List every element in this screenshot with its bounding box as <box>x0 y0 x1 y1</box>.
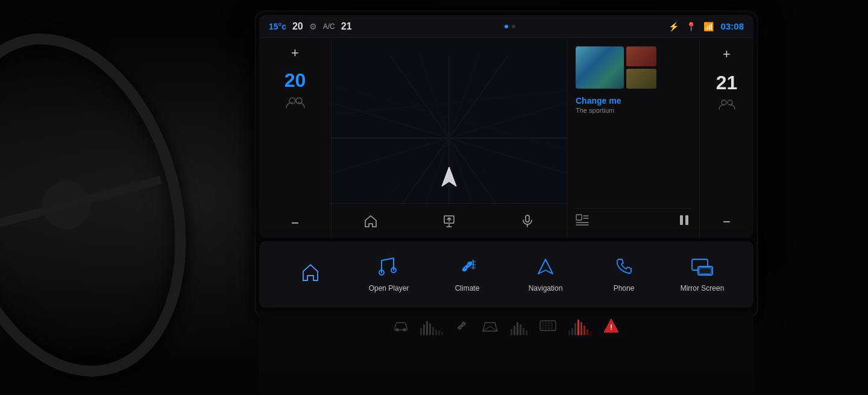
wifi-icon: 📶 <box>703 22 714 31</box>
svg-point-30 <box>465 265 469 268</box>
bottom-physical-area: ! <box>259 308 753 395</box>
windshield-icon-button[interactable] <box>480 318 500 336</box>
left-temp-down-button[interactable]: − <box>291 216 299 230</box>
map-area[interactable] <box>332 38 567 238</box>
left-user-icon <box>286 96 305 112</box>
album-art-small-1 <box>626 46 656 66</box>
svg-rect-25 <box>685 215 688 225</box>
fan-icon-button[interactable] <box>454 318 470 337</box>
vent-slider-left[interactable] <box>420 318 443 335</box>
map-controls-bar <box>332 203 567 238</box>
open-player-label: Open Player <box>369 284 409 292</box>
home-button[interactable] <box>357 208 384 235</box>
svg-marker-15 <box>442 167 456 186</box>
phone-nav-icon <box>613 257 635 280</box>
artist-name: The sportium <box>576 107 691 114</box>
time-display: 03:08 <box>721 21 744 31</box>
nav-climate-button[interactable]: Climate <box>428 257 506 292</box>
svg-rect-24 <box>680 215 683 225</box>
pause-button[interactable] <box>678 213 691 230</box>
track-name: Change me <box>576 96 691 106</box>
svg-rect-19 <box>576 215 582 220</box>
ac-label: A/C <box>323 22 335 31</box>
home-nav-icon <box>301 264 320 286</box>
main-content: + 20 − <box>259 38 753 238</box>
mirror-screen-label: Mirror Screen <box>681 284 725 292</box>
navigation-arrow <box>441 166 458 190</box>
mirror-screen-nav-icon <box>690 257 714 280</box>
album-art-container <box>576 46 691 89</box>
vent-slider-right[interactable] <box>568 318 591 335</box>
svg-marker-31 <box>538 259 553 274</box>
navigation-label: Navigation <box>529 284 563 292</box>
svg-point-26 <box>722 100 726 105</box>
car-icon-button[interactable] <box>392 319 409 335</box>
left-temp-display: 20 <box>285 69 306 92</box>
climate-label: Climate <box>455 284 480 292</box>
dot-1 <box>505 25 508 28</box>
left-climate-status: 15°c 20 ⚙ A/C 21 <box>269 21 352 32</box>
album-art-image <box>576 46 624 89</box>
location-icon: 📍 <box>686 22 696 31</box>
nav-phone-button[interactable]: Phone <box>585 257 663 292</box>
right-temp-down-button[interactable]: − <box>723 214 731 230</box>
nav-open-player-button[interactable]: Open Player <box>350 257 428 292</box>
svg-point-27 <box>728 100 732 105</box>
album-art-small-2 <box>626 69 656 89</box>
physical-controls-row: ! <box>259 308 753 337</box>
album-art-side <box>626 46 656 89</box>
temp-left-num: 20 <box>292 21 303 32</box>
vent-slider-middle[interactable] <box>511 318 527 335</box>
open-player-nav-icon <box>378 257 400 280</box>
bottom-nav-bar: Open Player Climate Navigation <box>259 241 753 308</box>
infotainment-screen: 15°c 20 ⚙ A/C 21 ⚡ 📍 📶 03:08 + 20 <box>259 15 753 238</box>
status-icons: ⚡ 📍 📶 03:08 <box>668 21 744 31</box>
dot-2 <box>512 25 515 28</box>
nav-home-button[interactable] <box>271 264 350 286</box>
music-controls <box>576 208 691 230</box>
right-climate-panel: + 21 − <box>699 38 753 238</box>
svg-text:!: ! <box>610 323 612 332</box>
right-temp-up-button[interactable]: + <box>723 46 731 62</box>
left-climate-panel: + 20 − <box>259 38 332 238</box>
rear-defrost-button[interactable] <box>538 318 558 335</box>
right-temp-display: 21 <box>716 72 738 94</box>
temp-left-celsius: 15°c <box>269 22 286 31</box>
album-art-main <box>576 46 624 89</box>
climate-nav-icon <box>456 257 478 280</box>
temp-right-val: 21 <box>341 21 352 32</box>
nav-navigation-button[interactable]: Navigation <box>506 257 585 292</box>
bluetooth-icon: ⚡ <box>668 22 679 31</box>
microphone-button[interactable] <box>514 208 541 235</box>
navigation-nav-icon <box>535 257 556 280</box>
nav-mirror-screen-button[interactable]: Mirror Screen <box>663 257 741 292</box>
top-status-bar: 15°c 20 ⚙ A/C 21 ⚡ 📍 📶 03:08 <box>259 15 753 38</box>
music-panel: Change me The sportium <box>567 38 699 238</box>
hazard-warning-button[interactable]: ! <box>602 317 620 337</box>
nav-dots <box>505 25 515 28</box>
upload-button[interactable] <box>436 208 462 235</box>
left-temp-up-button[interactable]: + <box>291 46 299 60</box>
right-user-icon <box>719 99 735 113</box>
svg-point-37 <box>461 324 464 327</box>
queue-button[interactable] <box>576 214 589 229</box>
phone-label: Phone <box>614 284 635 292</box>
fan-icon: ⚙ <box>309 22 317 31</box>
svg-rect-17 <box>526 215 529 222</box>
